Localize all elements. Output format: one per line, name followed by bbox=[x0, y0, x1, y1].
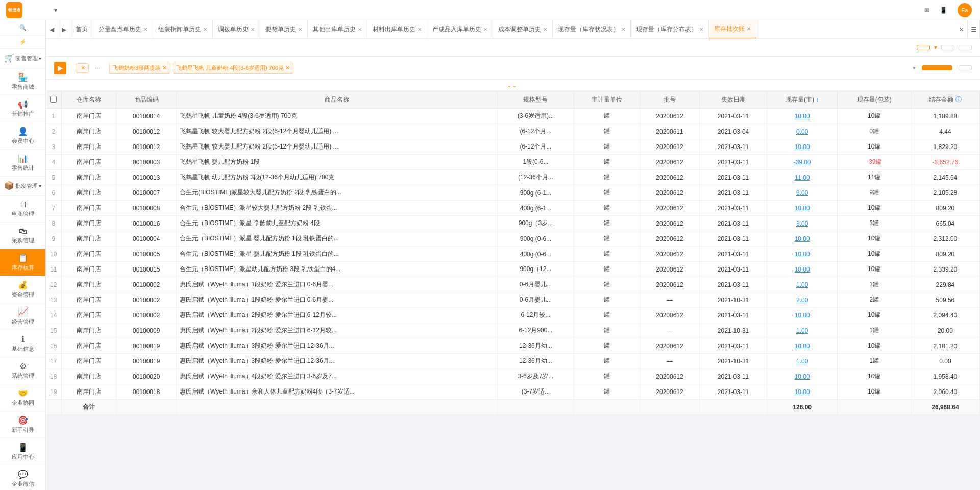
sort-icon-qty[interactable]: ↕ bbox=[816, 96, 819, 103]
product-tag-close-0[interactable]: ✕ bbox=[162, 65, 167, 71]
sidebar-item-wholesale[interactable]: 📦 批发管理 ▾ bbox=[0, 177, 45, 196]
cell-11-qty-main[interactable]: 10.00 bbox=[767, 262, 838, 277]
tab-close-disassembly[interactable]: ✕ bbox=[203, 27, 207, 32]
cell-19-qty-main[interactable]: 10.00 bbox=[767, 384, 838, 400]
sidebar-item-guide[interactable]: 🎯 新手引导 bbox=[0, 411, 45, 415]
cell-4-unit: 罐 bbox=[574, 155, 640, 170]
cell-13-warehouse: 南岸门店 bbox=[61, 292, 116, 308]
sidebar-item-retail_stat[interactable]: 📊 零售统计 bbox=[0, 150, 45, 177]
tab-close-inventory_dist[interactable]: ✕ bbox=[699, 27, 703, 32]
tab-requisition[interactable]: 要货单历史 ✕ bbox=[260, 20, 308, 39]
cell-14-qty-main[interactable]: 10.00 bbox=[767, 308, 838, 323]
sidebar-item-operations[interactable]: 📈 经营管理 bbox=[0, 303, 45, 330]
tab-menu-btn[interactable]: ☰ bbox=[968, 20, 980, 39]
cell-3-code: 00100012 bbox=[116, 139, 176, 155]
tab-close-product_in[interactable]: ✕ bbox=[483, 27, 487, 32]
sidebar-item-finance[interactable]: 💰 资金管理 bbox=[0, 276, 45, 303]
cell-16-qty-main[interactable]: 10.00 bbox=[767, 338, 838, 354]
cell-19-code: 00100018 bbox=[116, 384, 176, 400]
user-profile-action[interactable]: Ea bbox=[958, 3, 974, 17]
cell-17-qty-main[interactable]: 1.00 bbox=[767, 354, 838, 369]
select-all-checkbox[interactable] bbox=[50, 96, 57, 103]
cell-1-qty-main[interactable]: 10.00 bbox=[767, 109, 838, 124]
settings-btn-right[interactable] bbox=[959, 65, 972, 70]
export-btn[interactable] bbox=[941, 45, 954, 50]
sidebar-search[interactable]: 🔍 bbox=[0, 20, 45, 36]
cell-17-spec: 12-36月幼... bbox=[498, 354, 574, 369]
sidebar-item-member[interactable]: 👤 会员中心 bbox=[0, 122, 45, 150]
sidebar-icon-system: ⚙ bbox=[19, 361, 27, 371]
tab-other_out[interactable]: 其他出库单历史 ✕ bbox=[308, 20, 368, 39]
app-download-action[interactable]: 📱 bbox=[940, 7, 949, 14]
cell-19-name: 惠氏启赋（Wyeth illuma）亲和人体儿童配方奶粉4段（3-7岁适... bbox=[176, 384, 497, 400]
cell-2-code: 00100012 bbox=[116, 124, 176, 139]
sidebar-item-marketing[interactable]: 📢 营销推广 bbox=[0, 95, 45, 122]
tab-material_out[interactable]: 材料出库单历史 ✕ bbox=[368, 20, 427, 39]
sidebar-item-retail_shop[interactable]: 🏪 零售商城 bbox=[0, 68, 45, 95]
cell-13-qty-main[interactable]: 2.00 bbox=[767, 292, 838, 308]
product-tag-close-1[interactable]: ✕ bbox=[285, 65, 290, 71]
tab-transfer[interactable]: 调拨单历史 ✕ bbox=[213, 20, 260, 39]
cell-12-qty-main[interactable]: 1.00 bbox=[767, 277, 838, 292]
dropdown-icon[interactable]: ▾ bbox=[54, 7, 57, 14]
tab-close-split_inventory[interactable]: ✕ bbox=[143, 27, 148, 32]
tab-close-requisition[interactable]: ✕ bbox=[298, 27, 302, 32]
cell-8-qty-main[interactable]: 3.00 bbox=[767, 216, 838, 231]
cell-5-qty-main[interactable]: 11.00 bbox=[767, 170, 838, 185]
sidebar-item-ecommerce[interactable]: 🖥 电商管理 bbox=[0, 196, 45, 223]
template-print-btn[interactable] bbox=[917, 45, 930, 50]
sidebar-item-retail[interactable]: 🛒 零售管理 ▾ bbox=[0, 49, 45, 68]
sidebar-item-system[interactable]: ⚙ 系统管理 bbox=[0, 357, 45, 384]
tab-inventory_batch[interactable]: 库存批次账 ✕ bbox=[709, 20, 756, 39]
cell-15-qty-main[interactable]: 1.00 bbox=[767, 323, 838, 338]
sidebar-quick-nav[interactable]: ⚡ bbox=[0, 36, 45, 49]
cell-2-qty-pack: 0罐 bbox=[838, 124, 911, 139]
expand-more-btn[interactable]: ⌄⌄ bbox=[507, 82, 519, 89]
sidebar-item-enterprise[interactable]: 🤝 企业协同 bbox=[0, 384, 45, 411]
tab-close-btn[interactable]: ✕ bbox=[955, 20, 968, 39]
cell-4-qty-main[interactable]: -39.00 bbox=[767, 155, 838, 170]
sidebar-item-purchase[interactable]: 🛍 采购管理 bbox=[0, 223, 45, 249]
cell-15-expire: 2021-10-31 bbox=[700, 323, 767, 338]
cell-3-qty-main[interactable]: 10.00 bbox=[767, 139, 838, 155]
info-icon-amount[interactable]: ⓘ bbox=[955, 96, 962, 103]
cell-6-spec: 900g (6-1... bbox=[498, 185, 574, 201]
cell-5-amount: 2,145.64 bbox=[911, 170, 979, 185]
warehouse-tag-close[interactable]: ✕ bbox=[81, 65, 85, 71]
tab-prev-btn[interactable]: ◀ bbox=[46, 20, 58, 39]
cell-10-qty-main[interactable]: 10.00 bbox=[767, 247, 838, 262]
tab-close-inventory_status[interactable]: ✕ bbox=[621, 27, 625, 32]
tab-close-inventory_batch[interactable]: ✕ bbox=[747, 26, 751, 32]
tab-next-btn[interactable]: ▶ bbox=[58, 20, 70, 39]
cell-2-qty-main[interactable]: 0.00 bbox=[767, 124, 838, 139]
cell-7-qty-main[interactable]: 10.00 bbox=[767, 201, 838, 216]
tab-close-cost_adjust[interactable]: ✕ bbox=[543, 27, 547, 32]
avatar: Ea bbox=[958, 3, 972, 17]
tab-close-material_out[interactable]: ✕ bbox=[418, 27, 422, 32]
cell-16-qty-pack: 10罐 bbox=[838, 338, 911, 354]
filter-separator-1: ··· bbox=[95, 64, 100, 71]
tab-inventory_dist[interactable]: 现存量（库存分布表） ✕ bbox=[631, 20, 709, 39]
cell-9-qty-main[interactable]: 10.00 bbox=[767, 231, 838, 247]
sidebar-item-inventory[interactable]: 📋 库存核算 bbox=[0, 249, 45, 276]
col-header-10: 结存金额 ⓘ bbox=[911, 91, 979, 109]
tab-split_inventory[interactable]: 分量盘点单历史 ✕ bbox=[93, 20, 153, 39]
sidebar-item-basic[interactable]: ℹ 基础信息 bbox=[0, 330, 45, 357]
filter-dropdown-btn[interactable]: ▾ bbox=[913, 65, 916, 71]
cell-18-qty-main[interactable]: 10.00 bbox=[767, 369, 838, 384]
filter-expand-btn[interactable]: ▶ bbox=[54, 62, 66, 74]
sidebar-icon-ecommerce: 🖥 bbox=[19, 200, 27, 209]
tab-disassembly[interactable]: 组装拆卸单历史 ✕ bbox=[153, 20, 213, 39]
tab-close-other_out[interactable]: ✕ bbox=[358, 27, 362, 32]
tab-product_in[interactable]: 产成品入库单历史 ✕ bbox=[427, 20, 493, 39]
cell-18-batch: 20200612 bbox=[640, 369, 699, 384]
tab-cost_adjust[interactable]: 成本调整单历史 ✕ bbox=[493, 20, 553, 39]
tab-home[interactable]: 首页 bbox=[70, 20, 93, 39]
refresh-btn[interactable] bbox=[959, 45, 972, 50]
query-btn[interactable] bbox=[922, 65, 952, 70]
cell-6-qty-main[interactable]: 9.00 bbox=[767, 185, 838, 201]
template-print-arrow[interactable]: ▾ bbox=[934, 44, 937, 51]
tab-close-transfer[interactable]: ✕ bbox=[251, 27, 255, 32]
message-action[interactable]: ✉ bbox=[924, 7, 932, 14]
tab-inventory_status[interactable]: 现存量（库存状况表） ✕ bbox=[553, 20, 631, 39]
